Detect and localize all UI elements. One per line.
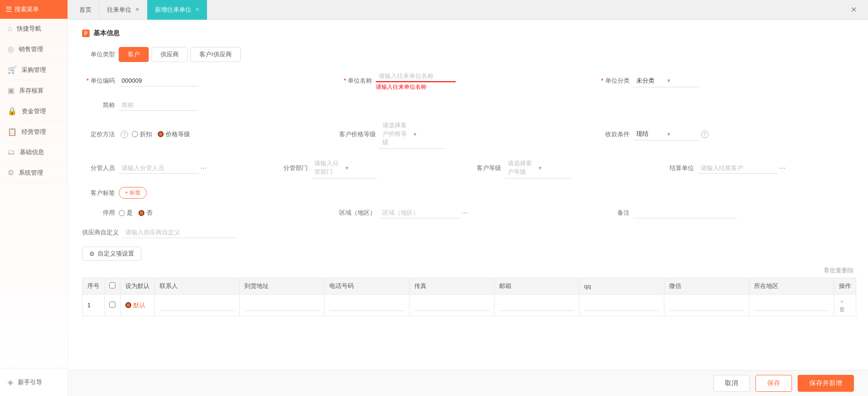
sidebar-item-quick-nav[interactable]: ⌂ 快捷导航 xyxy=(0,19,68,39)
home-icon: ⌂ xyxy=(8,24,12,33)
operations-icon: 📋 xyxy=(8,127,17,136)
unit-type-supplier-btn[interactable]: 供应商 xyxy=(152,47,188,62)
sidebar-item-purchase[interactable]: 🛒 采购管理 xyxy=(0,60,68,80)
department-arrow-icon: ▾ xyxy=(345,164,374,171)
sidebar-item-sales[interactable]: ◎ 销售管理 xyxy=(0,39,68,60)
pricing-hint-icon[interactable]: ? xyxy=(121,131,128,138)
tab-home[interactable]: 首页 xyxy=(72,0,99,20)
payment-hint-icon[interactable]: ? xyxy=(701,131,708,138)
sidebar-item-inventory[interactable]: ▣ 库存核算 xyxy=(0,80,68,101)
phone-input[interactable] xyxy=(329,300,404,311)
col-action: 操作 xyxy=(834,278,856,295)
settlement-more-icon[interactable]: ··· xyxy=(779,164,785,172)
unit-code-input[interactable] xyxy=(119,75,198,86)
disabled-label: 停用 xyxy=(82,209,115,217)
main-area: 首页 往来单位 ✕ 新增往来单位 ✕ ✕ P 基本信息 单位类型 客户 供应商 … xyxy=(68,0,868,396)
unit-type-customer-btn[interactable]: 客户 xyxy=(119,47,149,62)
system-icon: ⚙ xyxy=(8,168,14,177)
customer-level-label: 客户等级 xyxy=(468,164,501,172)
region-label: 区域（地区） xyxy=(339,209,376,217)
contact-input[interactable] xyxy=(160,300,235,311)
purchase-icon: 🛒 xyxy=(8,65,17,74)
add-tag-button[interactable]: + 标签 xyxy=(119,187,147,199)
tab-partner-close[interactable]: ✕ xyxy=(135,7,139,13)
unit-code-row: 单位编码 单位名称 请输入往来单位名称 单位分类 未分类 ▾ xyxy=(82,70,854,91)
unit-type-group: 客户 供应商 客户/供应商 xyxy=(119,47,241,62)
pricing-row: 定价方法 ? 折扣 价格等级 客户价格等级 请选择客户价格等级 xyxy=(82,119,854,149)
supplier-custom-input[interactable] xyxy=(122,227,235,238)
manager-row: 分管人员 ··· 分管部门 请输入分管部门 ▾ 客户等级 请选择客户等级 ▾ 结… xyxy=(82,157,854,179)
payment-terms-select[interactable]: 现结 ▾ xyxy=(633,128,699,140)
basic-info-icon: 🗂 xyxy=(8,148,15,156)
short-name-label: 简称 xyxy=(82,101,115,109)
col-region: 所在地区 xyxy=(749,278,834,295)
save-new-button[interactable]: 保存并新增 xyxy=(798,375,854,392)
col-fax: 传真 xyxy=(410,278,495,295)
row-action: ＋ 🗑 xyxy=(834,295,856,316)
sidebar-item-operations[interactable]: 📋 经营管理 xyxy=(0,122,68,142)
save-button[interactable]: 保存 xyxy=(755,375,792,392)
row-select-checkbox[interactable] xyxy=(109,302,115,308)
disabled-no-radio[interactable]: 否 xyxy=(138,209,152,217)
settlement-unit-input[interactable] xyxy=(698,163,777,174)
row-default-radio[interactable]: 默认 xyxy=(125,301,150,310)
manager-label: 分管人员 xyxy=(82,164,115,172)
address-input[interactable] xyxy=(244,300,320,311)
row-add-icon[interactable]: ＋ xyxy=(839,298,845,305)
qq-input[interactable] xyxy=(584,300,659,311)
pricing-level-radio[interactable]: 价格等级 xyxy=(158,130,190,139)
pricing-method-field: 定价方法 ? 折扣 价格等级 xyxy=(82,130,339,139)
custom-settings-button[interactable]: ⚙ 自定义项设置 xyxy=(82,247,141,261)
tab-new-partner-close[interactable]: ✕ xyxy=(195,7,199,13)
unit-code-field: 单位编码 xyxy=(82,75,339,86)
remark-input[interactable] xyxy=(633,207,737,218)
department-select[interactable]: 请输入分管部门 ▾ xyxy=(312,157,377,179)
customer-tag-field: 客户标签 + 标签 xyxy=(82,187,854,199)
sidebar-item-system[interactable]: ⚙ 系统管理 xyxy=(0,163,68,183)
manager-more-icon[interactable]: ··· xyxy=(200,164,206,172)
manager-input[interactable] xyxy=(119,163,198,174)
customer-level-select[interactable]: 请选择客户等级 ▾ xyxy=(505,157,571,179)
disabled-group: 是 否 xyxy=(119,209,152,217)
select-all-checkbox[interactable] xyxy=(109,282,115,288)
supplier-custom-row: 供应商自定义 xyxy=(82,227,854,238)
short-name-row: 简称 xyxy=(82,100,854,111)
payment-arrow-icon: ▾ xyxy=(667,131,696,138)
remark-field: 备注 xyxy=(597,207,854,218)
close-all-tabs[interactable]: ✕ xyxy=(843,5,864,14)
wechat-input[interactable] xyxy=(669,300,744,311)
region-more-icon[interactable]: ··· xyxy=(461,209,467,217)
customer-price-select[interactable]: 请选择客户价格等级 ▾ xyxy=(380,119,445,149)
cancel-button[interactable]: 取消 xyxy=(713,375,750,392)
sidebar-search[interactable]: ☰ 搜索菜单 xyxy=(0,0,68,19)
tab-new-partner[interactable]: 新增往来单位 ✕ xyxy=(147,0,207,20)
region-input[interactable] xyxy=(380,207,459,218)
row-region-input[interactable] xyxy=(754,300,829,311)
batch-delete-btn[interactable]: 🗑 批量删除 xyxy=(82,266,854,275)
unit-name-input[interactable] xyxy=(376,70,456,82)
sidebar-item-finance[interactable]: 🔒 资金管理 xyxy=(0,101,68,122)
sidebar-item-basic-info[interactable]: 🗂 基础信息 xyxy=(0,142,68,163)
row-delete-icon[interactable]: 🗑 xyxy=(839,306,845,313)
sidebar-item-guide[interactable]: ◈ 新手引导 xyxy=(0,372,68,392)
section-title-basic: P 基本信息 xyxy=(82,29,854,38)
pricing-discount-radio[interactable]: 折扣 xyxy=(132,130,152,139)
table-row: 1 默认 xyxy=(83,295,856,316)
pricing-method-label: 定价方法 xyxy=(82,130,115,139)
tab-bar: 首页 往来单位 ✕ 新增往来单位 ✕ ✕ xyxy=(68,0,868,20)
tab-partner[interactable]: 往来单位 ✕ xyxy=(99,0,147,20)
disabled-yes-radio[interactable]: 是 xyxy=(119,209,133,217)
batch-delete-icon: 🗑 xyxy=(823,266,830,275)
email-input[interactable] xyxy=(499,300,574,311)
customer-price-label: 客户价格等级 xyxy=(339,130,376,139)
unit-type-both-btn[interactable]: 客户/供应商 xyxy=(190,47,241,62)
unit-name-field: 单位名称 请输入往来单位名称 xyxy=(339,70,596,91)
col-contact: 联系人 xyxy=(155,278,240,295)
short-name-input[interactable] xyxy=(119,100,198,111)
customer-tag-row: 客户标签 + 标签 xyxy=(82,187,854,199)
row-email xyxy=(495,295,579,316)
customer-tag-label: 客户标签 xyxy=(82,189,115,197)
inventory-icon: ▣ xyxy=(8,86,15,95)
fax-input[interactable] xyxy=(414,300,489,311)
unit-category-select[interactable]: 未分类 ▾ xyxy=(633,75,699,87)
